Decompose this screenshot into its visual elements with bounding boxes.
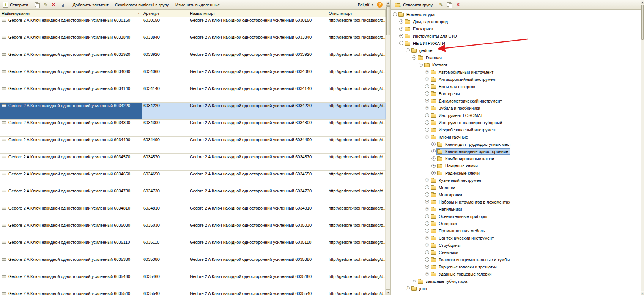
table-row[interactable]: Gedore 2 A Ключ накидной односторонний у… [0, 273, 386, 290]
tree-item-row[interactable]: Сантехнический инструмент [430, 235, 496, 241]
tree-item[interactable]: +Струбцины [391, 241, 641, 249]
tree-item[interactable]: +Динамометрический инструмент [391, 97, 641, 104]
all-actions-button[interactable]: Всі дії ▾ [356, 2, 375, 8]
tree-item-row[interactable]: Комбинированные ключи [437, 156, 496, 161]
tree-item[interactable]: −Главная [391, 54, 641, 61]
tree-item-row[interactable]: Отвертки [430, 221, 458, 226]
table-row[interactable]: Gedore 2 A Ключ накидной односторонний у… [0, 239, 386, 256]
expand-plus-icon[interactable]: + [406, 286, 410, 290]
edit-item-button[interactable]: ✎ [42, 1, 49, 8]
tree-item[interactable]: +juco [391, 285, 641, 292]
expand-plus-icon[interactable]: + [431, 149, 436, 153]
collapse-minus-icon[interactable]: − [399, 41, 403, 45]
tree-item[interactable]: +Инструмент LOSOMAT [391, 112, 641, 119]
tree-item-row[interactable]: НЕ ВИГРУЖАТИ [405, 41, 447, 46]
table-row[interactable]: Gedore 2 A Ключ накидной односторонний у… [0, 290, 386, 295]
column-header-article[interactable]: Артикул [142, 10, 188, 17]
tree-item[interactable]: −Каталог [391, 61, 641, 68]
tree-item-row[interactable]: Електрика [405, 26, 435, 32]
collapse-minus-icon[interactable]: − [425, 135, 429, 139]
expand-plus-icon[interactable]: + [399, 27, 403, 31]
tree-item[interactable]: +Кузнечный инструмент [391, 177, 641, 184]
scroll-up-icon[interactable]: ▲ [386, 0, 390, 6]
delete-group-button[interactable]: ✕ [455, 2, 461, 8]
column-header-name[interactable]: Найменування ▴ [0, 10, 142, 17]
tree-item[interactable]: +Инструмент шарнирно-губцевый [391, 119, 641, 126]
table-row[interactable]: Gedore 2 A Ключ накидной односторонний у… [0, 256, 386, 273]
expand-plus-icon[interactable]: + [425, 257, 429, 262]
tree-item-row[interactable]: Инструмент шарнирно-губцевый [430, 120, 504, 125]
tree-item-row[interactable]: Наборы инструментов в ложементах [430, 199, 512, 205]
table-row[interactable]: Gedore 2 A Ключ накидной односторонний у… [0, 17, 386, 34]
tree-item[interactable]: +Отвертки [391, 220, 641, 227]
collapse-minus-icon[interactable]: − [406, 48, 410, 52]
tree-item[interactable]: +Ключи накидные односторонние [391, 148, 641, 155]
tree-item-row[interactable]: Биты для отверток [430, 84, 477, 89]
tree-item-row[interactable]: Молотки [430, 185, 457, 190]
table-row[interactable]: Gedore 2 A Ключ накидной односторонний у… [0, 137, 386, 154]
collapse-minus-icon[interactable]: − [393, 12, 397, 16]
tree-item[interactable]: +Инструменты для СТО [391, 32, 641, 39]
table-row[interactable]: Gedore 2 A Ключ накидной односторонний у… [0, 34, 386, 51]
tree-item[interactable]: +Тележки инструментальные и тумбы [391, 256, 641, 263]
scroll-up-icon[interactable]: ▲ [641, 0, 644, 4]
tree-item-row[interactable]: Тележки инструментальные и тумбы [430, 257, 512, 262]
tree-item-row[interactable]: Накидные ключи [437, 163, 480, 169]
expand-plus-icon[interactable]: + [425, 200, 429, 204]
column-header-import-name[interactable]: Назва імпорт [188, 10, 327, 17]
table-row[interactable]: Gedore 2 A Ключ накидной односторонний у… [0, 222, 386, 239]
tree-item-row[interactable]: Ключи для труднодоступных мест [437, 142, 513, 147]
expand-plus-icon[interactable]: + [425, 207, 429, 211]
tree-item[interactable]: +Монтировки [391, 191, 641, 198]
expand-plus-icon[interactable]: + [425, 272, 429, 276]
collapse-minus-icon[interactable]: − [419, 63, 423, 67]
list-scrollbar-thumb[interactable] [386, 6, 390, 35]
tree-item[interactable]: +Болторезы [391, 90, 641, 97]
create-group-button[interactable]: Створити групу [393, 2, 434, 8]
tree-item-row[interactable]: Монтировки [430, 192, 464, 197]
expand-plus-icon[interactable]: + [425, 84, 429, 88]
tree-item[interactable]: +Съемники [391, 249, 641, 256]
tree-item-row[interactable]: Инструмент LOSOMAT [430, 113, 485, 118]
tree-item[interactable]: +Зубила и пробойники [391, 104, 641, 112]
collapse-minus-icon[interactable]: − [412, 55, 416, 60]
tree-item[interactable]: +Електрика [391, 25, 641, 32]
tree-item-row[interactable]: Радиусные ключи [437, 170, 482, 176]
tree-item-row[interactable]: Дом, сад и огород [405, 19, 450, 24]
tree-item[interactable]: −gedore [391, 47, 641, 54]
table-row[interactable]: Gedore 2 A Ключ накидной односторонний у… [0, 188, 386, 205]
scroll-down-icon[interactable]: ▼ [386, 289, 390, 295]
tree-item-row[interactable]: juco [411, 286, 429, 291]
tree-item-row[interactable]: Кузнечный инструмент [430, 178, 485, 183]
help-icon[interactable]: ? [377, 2, 383, 8]
tree-item-row[interactable]: Главная [417, 55, 444, 60]
expand-plus-icon[interactable]: + [425, 214, 429, 218]
expand-plus-icon[interactable]: + [425, 229, 429, 233]
expand-plus-icon[interactable]: + [431, 156, 436, 161]
tree-item[interactable]: +Молотки [391, 184, 641, 191]
tree-item-row[interactable]: gedore [411, 48, 434, 53]
histogram-button[interactable] [60, 2, 68, 8]
expand-plus-icon[interactable]: + [431, 171, 436, 175]
tree-item-row[interactable]: Промышленная мебель [430, 228, 487, 233]
tree-item[interactable]: −НЕ ВИГРУЖАТИ [391, 39, 641, 47]
tree-item[interactable]: запасные губки, пара [391, 278, 641, 285]
create-button[interactable]: + Створити [2, 1, 30, 8]
add-element-button[interactable]: Добавить элемент [71, 2, 110, 8]
tree-item-row[interactable]: Осветительные приборы [430, 214, 489, 219]
expand-plus-icon[interactable]: + [431, 142, 436, 146]
tree-item-row[interactable]: Антикоррозийный инструмент [430, 77, 499, 82]
tree-item[interactable]: +Наборы инструментов в ложементах [391, 198, 641, 205]
tree-scrollbar-thumb[interactable] [641, 5, 644, 40]
expand-plus-icon[interactable]: + [425, 243, 429, 247]
tree-item[interactable]: +Дом, сад и огород [391, 18, 641, 25]
tree-item[interactable]: +Ключи для труднодоступных мест [391, 140, 641, 148]
tree-item-row[interactable]: Напильники [430, 207, 464, 212]
copy-selected-to-group-button[interactable]: Скопіювати виділені в групу [113, 2, 170, 8]
list-scrollbar[interactable]: ▲ ▼ [386, 0, 391, 295]
table-row[interactable]: Gedore 2 A Ключ накидной односторонний у… [0, 154, 386, 171]
tree-item[interactable]: −Номенклатура [391, 11, 641, 18]
tree-item-row[interactable]: Динамометрический инструмент [430, 98, 504, 104]
table-row[interactable]: Gedore 2 A Ключ накидной односторонний у… [0, 120, 386, 137]
table-row[interactable]: Gedore 2 A Ключ накидной односторонний у… [0, 205, 386, 222]
